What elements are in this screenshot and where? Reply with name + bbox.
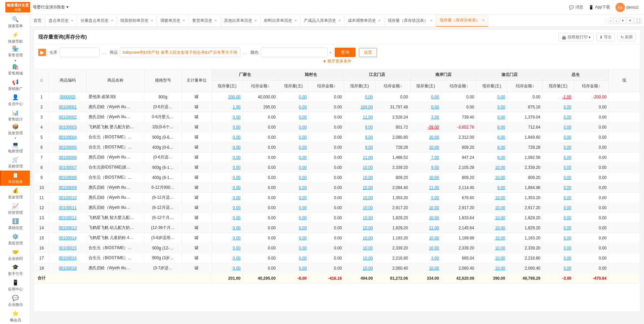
tab-home[interactable]: 首页 — [30, 15, 45, 27]
cell-yb-qty[interactable]: 8.00 — [476, 152, 507, 163]
query-toggle-button[interactable]: ▶ — [38, 49, 46, 56]
cell-jb-qty[interactable]: 10.00 — [344, 233, 375, 243]
cell-zc-qty[interactable]: 0.00 — [543, 102, 574, 112]
sidebar-item-wholesale[interactable]: 📦 批发管理 ▾ — [0, 123, 30, 140]
cell-zc-qty[interactable]: 0.00 — [543, 112, 574, 122]
close-icon[interactable]: ✕ — [111, 19, 113, 22]
sidebar-item-purchase[interactable]: 🛒 采购管理 — [0, 155, 30, 171]
close-icon[interactable]: ✕ — [294, 19, 297, 22]
cell-zc-qty[interactable]: 0.00 — [543, 203, 574, 213]
warehouse-input[interactable] — [59, 48, 100, 57]
cell-na-qty[interactable]: 10.00 — [410, 173, 441, 183]
cell-na-qty[interactable]: 5.00 — [410, 193, 441, 203]
cell-jb-qty[interactable]: 10.00 — [344, 253, 375, 263]
sidebar-item-retail-stats[interactable]: 📊 零售统计 — [0, 108, 30, 124]
cell-zc-qty[interactable]: 0.00 — [543, 263, 574, 273]
cell-lc-qty[interactable]: 0.00 — [278, 132, 309, 142]
cell-lc-qty[interactable]: 0.00 — [278, 163, 309, 173]
cell-yb-qty[interactable]: 8.00 — [476, 122, 507, 132]
tab-transfer[interactable]: 调拨单历史 ✕ — [157, 15, 189, 27]
info-icon-lc[interactable]: ℹ — [334, 84, 335, 88]
cell-zc-qty[interactable]: 0.00 — [543, 142, 574, 152]
tab-outbound[interactable]: 其他出库单历史 ✕ — [221, 15, 261, 27]
cell-lc-qty[interactable]: 0.00 — [278, 92, 309, 102]
cell-code[interactable]: 00100004 — [49, 132, 86, 142]
cell-yb-qty[interactable]: 8.00 — [476, 132, 507, 142]
cell-cf-qty[interactable]: 0.00 — [212, 193, 243, 203]
sidebar-item-mall[interactable]: 🛍️ 零售商城 — [0, 62, 30, 77]
cell-na-qty[interactable]: 10.00 — [410, 132, 441, 142]
cell-jb-qty[interactable]: 10.00 — [344, 203, 375, 213]
sidebar-item-inventory[interactable]: 📋 库存核算 — [0, 171, 30, 186]
cell-jb-qty[interactable]: 10.00 — [344, 213, 375, 223]
cell-cf-qty[interactable]: 0.00 — [212, 253, 243, 263]
tab-close-all-button[interactable]: ✕ — [627, 17, 634, 24]
cell-lc-qty[interactable]: 0.00 — [278, 253, 309, 263]
print-button[interactable]: 🖨️ 按模板打印 ▾ — [558, 33, 594, 41]
tab-assembly[interactable]: 组装拆卸单历史 ✕ — [117, 15, 157, 27]
cell-code[interactable]: 0000003 — [49, 92, 86, 102]
cell-lc-qty[interactable]: 0.00 — [278, 223, 309, 233]
cell-jb-qty[interactable]: 10.00 — [344, 263, 375, 273]
cell-code[interactable]: 00100007 — [49, 163, 86, 173]
cell-zc-qty[interactable]: 0.00 — [543, 193, 574, 203]
cell-cf-qty[interactable]: 0.00 — [212, 112, 243, 122]
cell-na-qty[interactable]: 11.00 — [410, 183, 441, 193]
tab-sub-inventory[interactable]: 分量盘点单历史 ✕ — [77, 15, 117, 27]
info-icon-yb[interactable]: ℹ — [533, 84, 534, 88]
sidebar-item-collab[interactable]: 🤝 企业协同 — [0, 247, 30, 263]
cell-na-qty[interactable]: 11.00 — [410, 223, 441, 233]
cell-na-qty[interactable]: 9.00 — [410, 163, 441, 173]
cell-cf-qty[interactable]: 1.00 — [212, 102, 243, 112]
tab-stock-dist[interactable]: 现存量（库存分布表） ✕ — [436, 15, 488, 27]
cell-na-qty[interactable]: 10.00 — [410, 203, 441, 213]
cell-lc-qty[interactable]: 0.00 — [278, 152, 309, 163]
cell-yb-qty[interactable]: 10.00 — [476, 253, 507, 263]
close-icon[interactable]: ✕ — [254, 19, 257, 22]
cell-lc-qty[interactable]: 0.00 — [278, 142, 309, 152]
tab-prev-button[interactable]: ‹ — [608, 18, 613, 24]
cell-na-qty[interactable]: 10.00 — [410, 213, 441, 223]
cell-jb-qty[interactable]: 9.00 — [344, 132, 375, 142]
cell-cf-qty[interactable]: 0.00 — [212, 142, 243, 152]
color-dropdown-icon[interactable]: ▾ — [330, 51, 331, 54]
cell-yb-qty[interactable]: 10.00 — [476, 163, 507, 173]
cell-zc-qty[interactable]: 0.00 — [543, 253, 574, 263]
cell-code[interactable]: 00100005 — [49, 142, 86, 152]
close-icon[interactable]: ✕ — [214, 19, 217, 22]
tab-product-in[interactable]: 产成品入库单历史 ✕ — [301, 15, 344, 27]
cell-na-qty[interactable]: 0.00 — [410, 92, 441, 102]
cell-cf-qty[interactable]: 200.00 — [212, 92, 243, 102]
cell-zc-qty[interactable]: 0.00 — [543, 132, 574, 142]
brand-selector[interactable]: 母婴行业演示陈套 ▾ — [33, 4, 68, 10]
color-input[interactable] — [261, 48, 328, 57]
tab-maximize-button[interactable]: ⛶ — [634, 18, 642, 24]
sidebar-item-appcenter[interactable]: 📱 应用中心 — [0, 278, 30, 293]
cell-code[interactable]: 00100008 — [49, 173, 86, 183]
user-item[interactable]: Ea demo2 — [615, 3, 639, 12]
cell-jb-qty[interactable]: 9.00 — [344, 122, 375, 132]
cell-zc-qty[interactable]: 0.00 — [543, 173, 574, 183]
cell-yb-qty[interactable]: 0.00 — [476, 92, 507, 102]
query-button[interactable]: 查询 — [335, 48, 356, 57]
cell-cf-qty[interactable]: 0.00 — [212, 163, 243, 173]
cell-yb-qty[interactable]: 10.00 — [476, 263, 507, 273]
cell-yb-qty[interactable]: 9.00 — [476, 142, 507, 152]
sidebar-item-member[interactable]: 👤 会员中心 — [0, 93, 30, 108]
cell-cf-qty[interactable]: 0.00 — [212, 152, 243, 163]
close-icon[interactable]: ✕ — [338, 19, 341, 22]
refresh-button[interactable]: ↻ 刷新 — [618, 33, 636, 41]
cell-jb-qty[interactable]: 11.00 — [344, 112, 375, 122]
tab-next-button[interactable]: › — [614, 18, 619, 24]
sidebar-item-business[interactable]: 📈 经营管理 — [0, 201, 30, 217]
cell-zc-qty[interactable]: 0.00 — [543, 122, 574, 132]
cell-na-qty[interactable]: -39.00 — [410, 122, 441, 132]
cell-lc-qty[interactable]: 0.00 — [278, 193, 309, 203]
cell-code[interactable]: 00100014 — [49, 233, 86, 243]
sidebar-item-finance[interactable]: 💰 资金管理 — [0, 186, 30, 201]
cell-code[interactable]: 00100010 — [49, 193, 86, 203]
setting-button[interactable]: 设置 — [359, 48, 377, 57]
close-icon[interactable]: ✕ — [182, 19, 185, 22]
cell-cf-qty[interactable]: 0.00 — [212, 213, 243, 223]
cell-na-qty[interactable]: 10.00 — [410, 243, 441, 253]
